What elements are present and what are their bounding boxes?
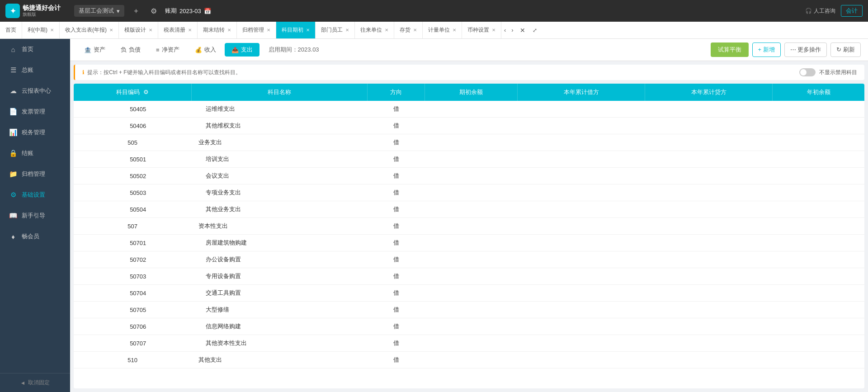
cell-opening [425,218,518,235]
col-opening: 期初余额 [425,84,518,101]
sidebar-item-close[interactable]: 🔒 结账 [0,143,70,164]
sidebar-item-report[interactable]: ☁ 云报表中心 [0,80,70,101]
tab-income-annual[interactable]: 收入支出表(年报) ✕ [60,22,119,39]
sub-tab-asset[interactable]: 🏦 资产 [77,43,112,57]
table-row[interactable]: 507 资本性支出 借 [74,218,864,235]
cell-direction: 借 [367,168,425,184]
account-button[interactable]: 会计 [841,5,863,17]
sidebar-item-archive[interactable]: 📁 归档管理 [0,164,70,184]
tab-inventory[interactable]: 存货 ✕ [394,22,423,39]
cell-code: 50501 [74,151,191,168]
tab-subject-init-close[interactable]: ✕ [306,28,310,33]
cell-code: 50405 [74,101,191,118]
col-ytd-debit: 本年累计借方 [518,84,645,101]
table-row[interactable]: 50705 大型修缮 借 [74,302,864,318]
tab-period-end[interactable]: 期末结转 ✕ [198,22,237,39]
content-area: 🏦 资产 负 负债 ≡ 净资产 💰 收入 📤 支出 启用期间：2023.03 [70,39,868,392]
table-row[interactable]: 50701 房屋建筑物购建 借 [74,235,864,251]
more-button[interactable]: ⋯ 更多操作 [784,43,827,57]
collapse-arrow-icon: ◄ [20,380,26,386]
sidebar-item-ledger[interactable]: ☰ 总账 [0,60,70,80]
table-row[interactable]: 50704 交通工具购置 借 [74,285,864,302]
tab-dept-close[interactable]: ✕ [345,28,349,33]
tab-unit-close[interactable]: ✕ [453,28,456,33]
sidebar-item-member[interactable]: ♦ 畅会员 [0,226,70,247]
add-company-button[interactable]: ＋ [130,5,142,17]
tab-close-all-button[interactable]: ✕ [516,22,529,39]
tab-expand-button[interactable]: ⤢ [529,22,541,39]
sub-tab-income[interactable]: 💰 收入 [188,43,223,57]
sidebar-collapse-button[interactable]: ◄ 取消固定 [0,373,70,392]
guide-icon: 📖 [9,212,17,220]
table-row[interactable]: 50706 信息网络购建 借 [74,318,864,335]
table-row[interactable]: 50707 其他资本性支出 借 [74,335,864,352]
tab-currency[interactable]: 币种设置 ✕ [462,22,501,39]
sub-tab-liability[interactable]: 负 负债 [114,43,147,57]
tab-template[interactable]: 模版设计 ✕ [119,22,158,39]
cell-name: 专用设备购置 [191,268,367,285]
tab-subject-init[interactable]: 科目期初 ✕ [276,22,316,39]
support-button[interactable]: 🎧 人工咨询 [805,7,835,15]
sidebar-item-home[interactable]: ⌂ 首页 [0,39,70,60]
table-row[interactable]: 50502 会议支出 借 [74,168,864,184]
company-selector[interactable]: 基层工会测试 ▾ [74,5,124,17]
sub-tab-toolbar: 🏦 资产 负 负债 ≡ 净资产 💰 收入 📤 支出 启用期间：2023.03 [70,39,868,61]
tab-currency-close[interactable]: ✕ [492,28,495,33]
tab-tax-close[interactable]: ✕ [188,28,192,33]
sub-tab-net-asset[interactable]: ≡ 净资产 [149,43,186,57]
cell-direction: 借 [367,201,425,218]
tab-template-close[interactable]: ✕ [149,28,152,33]
sub-tab-expense[interactable]: 📤 支出 [225,43,259,57]
sidebar-home-label: 首页 [22,45,33,53]
table-row[interactable]: 50503 专项业务支出 借 [74,184,864,201]
cell-code: 50702 [74,251,191,268]
tab-nav-next[interactable]: › [509,22,516,39]
tab-interim[interactable]: 利(中期) ✕ [22,22,60,39]
tab-period-end-close[interactable]: ✕ [227,28,231,33]
tab-unit[interactable]: 计量单位 ✕ [423,22,462,39]
settings-icon: ⚙ [9,191,17,199]
disable-toggle[interactable] [799,68,816,76]
tab-tax-label: 税表清册 [164,26,185,34]
tab-archive-close[interactable]: ✕ [267,28,270,33]
calendar-icon[interactable]: 📅 [204,8,211,14]
cell-opening [425,235,518,251]
table-row[interactable]: 50504 其他业务支出 借 [74,201,864,218]
table-row[interactable]: 50501 培训支出 借 [74,151,864,168]
sidebar-item-guide[interactable]: 📖 新手引导 [0,205,70,226]
table-row[interactable]: 50703 专用设备购置 借 [74,268,864,285]
cell-ytd-debit [518,151,645,168]
add-button[interactable]: + 新增 [752,43,781,57]
sidebar-item-invoice[interactable]: 📄 发票管理 [0,101,70,122]
tab-dept[interactable]: 部门员工 ✕ [316,22,355,39]
tab-contacts-close[interactable]: ✕ [385,28,388,33]
tab-income-annual-close[interactable]: ✕ [109,28,113,33]
tab-inventory-close[interactable]: ✕ [413,28,417,33]
cell-opening [425,251,518,268]
refresh-button[interactable]: ↻ 刷新 [830,43,861,57]
sidebar-archive-label: 归档管理 [22,170,45,178]
sidebar-item-settings[interactable]: ⚙ 基础设置 [0,184,70,205]
company-settings-button[interactable]: ⚙ [148,6,160,16]
tab-interim-close[interactable]: ✕ [50,28,54,33]
cell-opening [425,151,518,168]
logo-area: ✦ 畅捷通好会计 旗舰版 [5,4,69,18]
table-row[interactable]: 50405 运维维支出 借 [74,101,864,118]
tab-home[interactable]: 首页 [0,22,22,39]
cell-code: 505 [74,134,191,151]
cell-name: 其他支出 [191,352,367,368]
member-icon: ♦ [9,233,17,241]
sidebar-report-label: 云报表中心 [22,87,51,95]
table-row[interactable]: 505 业务支出 借 [74,134,864,151]
table-row[interactable]: 50702 办公设备购置 借 [74,251,864,268]
tab-tax[interactable]: 税表清册 ✕ [158,22,198,39]
balance-button[interactable]: 试算平衡 [711,43,749,57]
table-row[interactable]: 510 其他支出 借 [74,352,864,368]
cell-code: 50502 [74,168,191,184]
tab-contacts[interactable]: 往来单位 ✕ [355,22,394,39]
tab-archive[interactable]: 归档管理 ✕ [237,22,276,39]
sidebar-item-tax[interactable]: 📊 税务管理 [0,122,70,143]
table-row[interactable]: 50406 其他维权支出 借 [74,118,864,134]
tab-nav-prev[interactable]: ‹ [501,22,509,39]
sub-tab-expense-label: 支出 [241,46,253,54]
